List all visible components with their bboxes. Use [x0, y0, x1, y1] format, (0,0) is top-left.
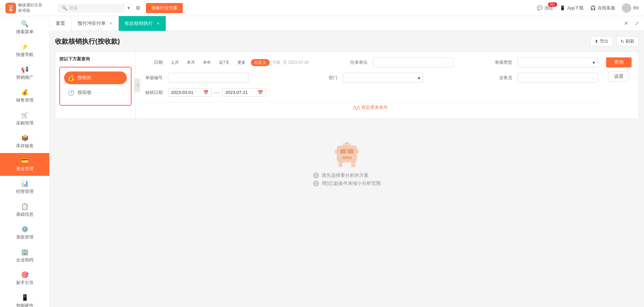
sidebar-item-operations[interactable]: 📊 经营管理	[0, 176, 49, 199]
sidebar-item-system[interactable]: ⚙️ 系统管理	[0, 221, 49, 244]
calendar-icon-end: 📅	[258, 90, 263, 95]
salesperson-select[interactable]	[518, 73, 598, 83]
quick-nav-icon: ⚡	[21, 43, 29, 50]
marketing-icon: 📢	[21, 66, 29, 73]
message-btn[interactable]: 💬 消息 99+	[537, 5, 553, 11]
download-icon: 📱	[560, 5, 565, 10]
voucher-no-input[interactable]	[168, 73, 249, 83]
message-icon: 💬	[537, 5, 542, 10]
filter-option-by-collect[interactable]: 💰 按收款	[64, 71, 127, 84]
counterpart-select[interactable]	[373, 57, 453, 67]
counterpart-label: 往来单位	[344, 59, 368, 65]
department-select[interactable]: ▾	[343, 73, 423, 83]
query-btn[interactable]: 查询	[606, 57, 632, 67]
purchase-icon: 🛒	[21, 111, 29, 119]
tab-close-prepay[interactable]: ✕	[109, 21, 112, 26]
gear-button[interactable]: ⚙	[132, 3, 143, 13]
tab-prepay[interactable]: 预付冲应付单 ✕	[71, 16, 119, 31]
page-content: 收款核销执行(按收款) ⬆ 导出 ↻ 刷新 按以下方案查询	[50, 31, 644, 307]
salesperson-label: 业务员	[489, 75, 512, 81]
date-btn-more[interactable]: 更多	[235, 59, 248, 66]
service-icon: 🎧	[590, 5, 596, 10]
online-service-btn[interactable]: 🎧 在线客服	[590, 5, 615, 11]
date-btn-this-month[interactable]: 本月	[184, 59, 198, 66]
sidebar-item-search[interactable]: 🔍 搜索菜单	[0, 16, 49, 39]
tab-collect[interactable]: 收款核销执行 ✕	[119, 16, 166, 31]
filter-row-1: 日期 上月 本月 本年 近7天 更多 自定义 不限 至 2023-07-26	[143, 57, 598, 67]
tab-bar-actions: ✕ ⤢	[621, 19, 644, 28]
verify-date-label: 核销日期	[143, 90, 163, 96]
date-to-text: 至 2023-07-26	[283, 60, 309, 65]
svg-rect-1	[340, 149, 346, 154]
collapse-more-btn[interactable]: ⋀⋀ 收起更多条件	[143, 102, 598, 112]
svg-point-5	[355, 150, 359, 154]
verify-date-start-input[interactable]: 2023-03-01 📅	[168, 88, 212, 97]
top-bar-right: 💬 消息 99+ 📱 App下载 🎧 在线客服 Rit	[537, 3, 639, 13]
top-search-bar[interactable]: 🔍 搜索	[58, 4, 125, 12]
sales-icon: 💰	[21, 89, 29, 96]
filter-collapse-btn[interactable]: 《	[134, 79, 140, 92]
page-header: 收款核销执行(按收款) ⬆ 导出 ↻ 刷新	[55, 36, 639, 46]
verify-date-range: 2023-03-01 📅 — 2023-07-21 📅	[168, 88, 266, 97]
voucher-type-select[interactable]: ▾	[518, 57, 598, 67]
app-download-btn[interactable]: 📱 App下载	[560, 5, 584, 11]
refresh-btn[interactable]: ↻ 刷新	[616, 36, 639, 46]
date-no-limit: 不限	[272, 60, 280, 65]
filter-row-2: 单据编号 部门 ▾ 业务员	[143, 73, 598, 83]
export-btn[interactable]: ⬆ 导出	[590, 36, 613, 46]
page-header-actions: ⬆ 导出 ↻ 刷新	[590, 36, 639, 46]
query-actions: 查询 设置	[602, 57, 632, 82]
content-area: 首页 预付冲应付单 ✕ 收款核销执行 ✕ ✕ ⤢ 收款核销执行(按收款)	[50, 16, 644, 307]
sidebar-item-finance[interactable]: 💳 资金管理	[0, 153, 49, 176]
chevron-up-icon: ⋀⋀	[353, 105, 360, 110]
voucher-type-label: 单据类型	[489, 59, 512, 65]
svg-point-4	[335, 150, 339, 154]
industry-btn[interactable]: 体验行业方案	[146, 3, 183, 13]
tip-num-2: 2	[313, 181, 319, 187]
logo-icon: 🐰	[5, 3, 16, 13]
filter-panel: 按以下方案查询 💰 按收款 🕐 按应收 《	[55, 52, 639, 119]
filter-left-title: 按以下方案查询	[59, 56, 131, 62]
setting-btn[interactable]: 设置	[608, 71, 629, 82]
sidebar-item-basic-info[interactable]: 📋 基础信息	[0, 199, 49, 221]
tab-home[interactable]: 首页	[50, 16, 71, 31]
app-logo: 🐰 畅捷通好生意 标准版	[5, 3, 55, 13]
sidebar-item-inventory[interactable]: 📦 库存核算	[0, 130, 49, 153]
filter-left-panel: 按以下方案查询 💰 按收款 🕐 按应收 《	[55, 52, 136, 118]
tab-close-all-btn[interactable]: ✕	[621, 19, 631, 28]
date-btn-this-year[interactable]: 本年	[200, 59, 214, 66]
counterpart-select-dots	[447, 60, 450, 65]
svg-rect-8	[338, 162, 342, 167]
main-layout: 🔍 搜索菜单 ⚡ 快捷导航 📢 营销推广 💰 销售管理 🛒 采购管理 📦 库存核…	[0, 16, 644, 307]
verify-date-end-input[interactable]: 2023-07-21 📅	[222, 88, 266, 97]
salesperson-dots	[591, 75, 595, 81]
tab-close-collect[interactable]: ✕	[156, 21, 160, 26]
sidebar-item-hardware[interactable]: 📱 智能硬件	[0, 290, 49, 307]
sidebar-item-quick-nav[interactable]: ⚡ 快捷导航	[0, 39, 49, 62]
svg-rect-9	[351, 162, 355, 167]
date-btn-custom[interactable]: 自定义	[251, 59, 270, 66]
svg-rect-3	[342, 156, 352, 159]
filter-fields: 日期 上月 本月 本年 近7天 更多 自定义 不限 至 2023-07-26	[143, 57, 598, 112]
chevron-down-icon: ▾	[593, 60, 595, 65]
tab-expand-btn[interactable]: ⤢	[632, 19, 641, 28]
user-profile[interactable]: Rit	[622, 3, 639, 13]
voucher-no-label: 单据编号	[143, 75, 163, 81]
system-icon: ⚙️	[21, 225, 29, 233]
sidebar-item-enterprise[interactable]: 🏢 企业协同	[0, 244, 49, 267]
date-btn-7days[interactable]: 近7天	[216, 59, 232, 66]
top-bar-left: 🐰 畅捷通好生意 标准版 🔍 搜索 ⚙ 体验行业方案	[5, 3, 537, 13]
date-btn-last-month[interactable]: 上月	[168, 59, 181, 66]
sidebar: 🔍 搜索菜单 ⚡ 快捷导航 📢 营销推广 💰 销售管理 🛒 采购管理 📦 库存核…	[0, 16, 50, 307]
filter-options-border: 💰 按收款 🕐 按应收	[59, 67, 131, 106]
search-icon: 🔍	[62, 5, 67, 10]
filter-date-buttons: 上月 本月 本年 近7天 更多 自定义 不限 至 2023-07-26	[168, 59, 309, 66]
sidebar-item-sales[interactable]: 💰 销售管理	[0, 85, 49, 107]
sidebar-item-marketing[interactable]: 📢 营销推广	[0, 62, 49, 85]
dropdown-button[interactable]	[127, 5, 130, 10]
sidebar-item-guide[interactable]: 🎯 新手引导	[0, 267, 49, 290]
sidebar-item-purchase[interactable]: 🛒 采购管理	[0, 107, 49, 130]
avatar	[622, 3, 631, 13]
filter-option-by-receivable[interactable]: 🕐 按应收	[64, 86, 127, 99]
page-title: 收款核销执行(按收款)	[55, 37, 120, 46]
